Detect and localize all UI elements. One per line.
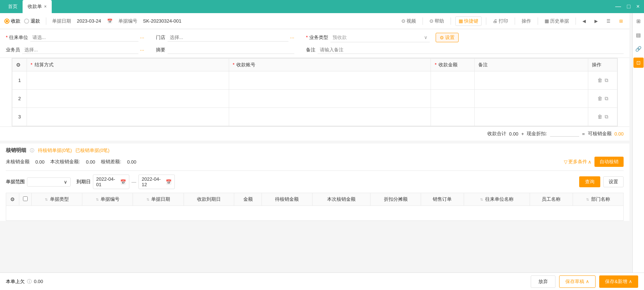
th-settle-method: * 结算方式 (27, 59, 229, 71)
maximize-button[interactable]: □ (625, 3, 632, 10)
radio-refund-dot (24, 19, 29, 24)
calendar-icon[interactable]: 📅 (107, 19, 113, 24)
window-close-button[interactable]: × (635, 3, 641, 10)
bth-date: ⇅ 单据日期 (133, 193, 184, 206)
radio-refund[interactable]: 退款 (24, 18, 40, 24)
th-action: 操作 (588, 59, 617, 71)
remark-input[interactable] (318, 46, 624, 54)
row-remark-3[interactable] (475, 108, 588, 126)
delete-row-3-icon[interactable]: 🗑 (597, 114, 602, 120)
sidebar-table-icon[interactable]: ⊞ (633, 16, 644, 26)
video-btn[interactable]: ⊙ 视频 (399, 17, 418, 26)
print-btn[interactable]: 🖨 打印 (491, 17, 510, 26)
row-account-3[interactable] (229, 108, 431, 126)
diff-label: 核销差额: (101, 158, 121, 165)
list-view-btn[interactable]: ☰ (604, 17, 613, 25)
footer-right: 放弃 保存草稿 ∧ 保存&新增 ∧ (531, 275, 638, 288)
staff-more-icon[interactable]: ··· (140, 47, 144, 53)
bth-pending: 待核销金额 (262, 193, 313, 206)
auto-writeoff-button[interactable]: 自动核销 (594, 157, 624, 167)
bth-type: ⇅ 单据类型 (32, 193, 82, 206)
done-bills-link[interactable]: 已核销单据(0笔) (75, 147, 109, 154)
row-idx-2: 2 (12, 90, 27, 108)
date-from-input[interactable]: 2022-04-01 📅 (93, 175, 129, 189)
setting-button[interactable]: ⚙ 设置 (436, 33, 459, 42)
query-button[interactable]: 查询 (579, 176, 600, 187)
divider-6 (538, 17, 538, 25)
window-controls: — □ × (614, 3, 641, 10)
staff-input[interactable] (22, 46, 138, 54)
store-input[interactable] (168, 34, 288, 42)
range-field: 单据范围 ∨ (6, 177, 71, 187)
radio-refund-label: 退款 (31, 18, 40, 24)
minimize-button[interactable]: — (614, 3, 623, 10)
row-action-3: 🗑 ⧉ (588, 108, 617, 126)
sidebar-attachment-icon[interactable]: 🔗 (633, 44, 644, 54)
prev-record-btn[interactable]: ◀ (580, 17, 588, 25)
discount-input[interactable] (550, 131, 579, 137)
select-all-checkbox[interactable] (23, 196, 28, 201)
range-select[interactable]: ∨ (27, 177, 71, 187)
copy-row-3-icon[interactable]: ⧉ (605, 114, 608, 120)
delete-row-2-icon[interactable]: 🗑 (597, 95, 602, 102)
row-settle-1[interactable] (27, 71, 229, 90)
sidebar-active-icon[interactable]: ⊡ (633, 58, 644, 68)
more-conditions-link[interactable]: ▽ 更多条件 ∧ (564, 158, 592, 165)
sidebar-list-icon[interactable]: ▤ (633, 30, 644, 40)
pending-bills-link[interactable]: 待核销单据(0笔) (38, 147, 72, 154)
help-btn[interactable]: ⊙ 帮助 (427, 17, 446, 26)
shortcut-btn[interactable]: ▦ 快捷键 (455, 16, 482, 26)
gear-icon: ⚙ (440, 35, 444, 40)
bth-number: ⇅ 单据编号 (82, 193, 133, 206)
business-type-select[interactable]: 预收款 ∨ (330, 33, 430, 42)
date-to-input[interactable]: 2022-04-12 📅 (138, 175, 175, 189)
summary-input[interactable] (168, 46, 294, 54)
row-account-1[interactable] (229, 71, 431, 90)
next-record-btn[interactable]: ▶ (592, 17, 600, 25)
writeoff-title: 核销明细 (6, 147, 26, 154)
copy-row-1-icon[interactable]: ⧉ (605, 77, 608, 83)
table-gear-icon[interactable]: ⚙ (16, 62, 21, 68)
store-more-icon[interactable]: ··· (290, 35, 294, 40)
row-remark-2[interactable] (475, 90, 588, 108)
info-icon[interactable]: ⓘ (30, 148, 34, 154)
save-new-button[interactable]: 保存&新增 ∧ (599, 275, 638, 288)
writeoff-settings-button[interactable]: 设置 (603, 176, 624, 187)
divider-4 (486, 17, 486, 25)
counterparty-input[interactable] (30, 34, 139, 42)
receipt-data-table: ⚙ * 结算方式 * 收款账号 * 收款金额 (12, 58, 617, 126)
remark-label: 备注 (306, 47, 315, 53)
grid-view-btn[interactable]: ⊞ (617, 17, 625, 25)
radio-receipt[interactable]: 收款 (4, 18, 20, 24)
row-amount-1[interactable] (431, 71, 475, 90)
shortcut-icon: ▦ (459, 18, 463, 24)
unverified-value: 0.00 (35, 159, 44, 165)
row-settle-3[interactable] (27, 108, 229, 126)
operation-btn[interactable]: 操作 (519, 17, 533, 26)
radio-receipt-label: 收款 (11, 18, 20, 24)
store-label: 门店 (156, 34, 165, 41)
counterparty-more-icon[interactable]: ··· (140, 35, 144, 40)
divider-1 (46, 17, 46, 25)
row-account-2[interactable] (229, 90, 431, 108)
bottom-gear-icon[interactable]: ⚙ (10, 196, 15, 202)
empty-row (6, 206, 624, 221)
tab-close-icon[interactable]: × (44, 4, 47, 9)
row-settle-2[interactable] (27, 90, 229, 108)
abandon-button[interactable]: 放弃 (531, 275, 555, 288)
copy-row-2-icon[interactable]: ⧉ (605, 95, 608, 102)
date-to-value: 2022-04-12 (142, 176, 163, 187)
number-label: 单据编号 (118, 18, 137, 24)
delete-row-1-icon[interactable]: 🗑 (597, 77, 602, 83)
footer: 本单上欠 ⓘ 0.00 放弃 保存草稿 ∧ 保存&新增 ∧ (0, 273, 644, 290)
row-amount-3[interactable] (431, 108, 475, 126)
remark-field: 备注 (306, 46, 624, 54)
history-btn[interactable]: ▦ 历史单据 (542, 17, 571, 26)
calendar-from-icon: 📅 (120, 179, 126, 185)
counterparty-field: 往来单位 ··· (6, 34, 144, 42)
row-amount-2[interactable] (431, 90, 475, 108)
save-draft-button[interactable]: 保存草稿 ∧ (559, 275, 596, 288)
tab-home[interactable]: 首页 (3, 0, 23, 13)
tab-receipt[interactable]: 收款单 × (23, 0, 52, 13)
row-remark-1[interactable] (475, 71, 588, 90)
